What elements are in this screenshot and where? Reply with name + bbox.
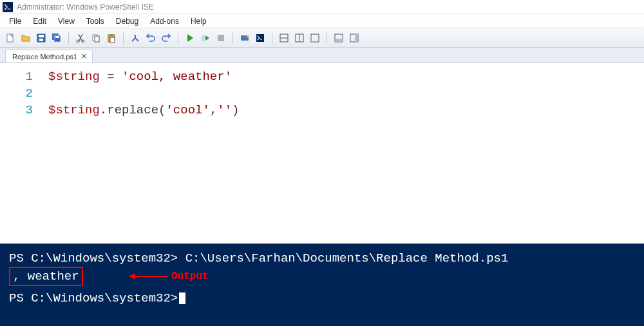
stop-icon[interactable] <box>214 32 227 44</box>
save-all-icon[interactable] <box>50 32 63 44</box>
pane-tool-icon[interactable] <box>348 32 361 44</box>
separator <box>232 32 233 44</box>
console-line-1: PS C:\Windows\system32> C:\Users\Farhan\… <box>9 250 635 267</box>
file-tab[interactable]: Replace Method.ps1 ✕ <box>5 50 93 62</box>
code-content: $string = 'cool, weather' <box>48 68 232 85</box>
remote-icon[interactable] <box>238 32 251 44</box>
code-line-1: 1 $string = 'cool, weather' <box>0 68 644 85</box>
code-content: $string.replace('cool','') <box>48 102 240 119</box>
run-icon[interactable] <box>184 32 196 44</box>
menu-help[interactable]: Help <box>185 15 212 27</box>
redo-icon[interactable] <box>160 32 173 44</box>
script-editor[interactable]: 1 $string = 'cool, weather' 2 3 $string.… <box>0 63 644 244</box>
powershell-icon[interactable] <box>254 32 267 44</box>
menubar: File Edit View Tools Debug Add-ons Help <box>0 14 644 28</box>
svg-rect-14 <box>202 35 205 41</box>
pane-max-icon[interactable] <box>308 32 321 44</box>
code-line-2: 2 <box>0 85 644 102</box>
save-icon[interactable] <box>35 32 48 44</box>
undo-icon[interactable] <box>144 32 157 44</box>
svg-rect-12 <box>109 34 113 36</box>
svg-rect-27 <box>355 34 358 42</box>
cursor <box>179 292 185 304</box>
svg-rect-3 <box>39 39 43 41</box>
paste-icon[interactable] <box>105 32 118 44</box>
output-text: , weather <box>9 267 83 286</box>
menu-tools[interactable]: Tools <box>81 15 109 27</box>
new-file-icon[interactable] <box>4 32 17 44</box>
separator <box>123 32 124 44</box>
menu-edit[interactable]: Edit <box>28 15 52 27</box>
cut-icon[interactable] <box>74 32 87 44</box>
svg-rect-10 <box>95 36 99 42</box>
line-number: 1 <box>0 68 48 85</box>
svg-rect-18 <box>256 34 264 42</box>
close-icon[interactable]: ✕ <box>81 52 87 61</box>
run-selection-icon[interactable] <box>199 32 212 44</box>
pane-side-icon[interactable] <box>293 32 306 44</box>
console-line-output: , weather <box>9 267 635 286</box>
titlebar: Administrator: Windows PowerShell ISE <box>0 0 644 14</box>
menu-debug[interactable]: Debug <box>111 15 144 27</box>
svg-rect-13 <box>110 37 115 43</box>
menu-view[interactable]: View <box>53 15 80 27</box>
svg-rect-15 <box>218 35 224 41</box>
separator <box>272 32 272 44</box>
menu-file[interactable]: File <box>4 15 26 27</box>
tab-label: Replace Method.ps1 <box>12 53 77 61</box>
annotation-label: Output <box>171 268 209 285</box>
annotation-arrow: Output <box>129 268 209 285</box>
svg-rect-6 <box>55 36 59 38</box>
window-title: Administrator: Windows PowerShell ISE <box>17 3 154 12</box>
pane-script-icon[interactable] <box>278 32 290 44</box>
console-line-2: PS C:\Windows\system32> <box>9 290 635 307</box>
line-number: 3 <box>0 102 48 119</box>
pane-cmd-icon[interactable] <box>332 32 345 44</box>
toolbar <box>0 28 644 48</box>
command: C:\Users\Farhan\Documents\Replace Method… <box>185 251 509 265</box>
clear-icon[interactable] <box>129 32 142 44</box>
copy-icon[interactable] <box>90 32 102 44</box>
prompt: PS C:\Windows\system32> <box>9 251 185 265</box>
tabbar: Replace Method.ps1 ✕ <box>0 48 644 63</box>
svg-rect-25 <box>335 39 343 42</box>
menu-addons[interactable]: Add-ons <box>145 15 184 27</box>
console-pane[interactable]: PS C:\Windows\system32> C:\Users\Farhan\… <box>0 244 644 326</box>
separator <box>178 32 178 44</box>
svg-point-17 <box>247 35 249 37</box>
svg-rect-2 <box>39 35 44 37</box>
open-folder-icon[interactable] <box>19 32 32 44</box>
app-icon <box>3 2 13 12</box>
separator <box>327 32 327 44</box>
code-line-3: 3 $string.replace('cool','') <box>0 102 644 119</box>
prompt: PS C:\Windows\system32> <box>9 291 178 305</box>
line-number: 2 <box>0 85 48 102</box>
separator <box>68 32 69 44</box>
svg-rect-23 <box>311 34 319 42</box>
